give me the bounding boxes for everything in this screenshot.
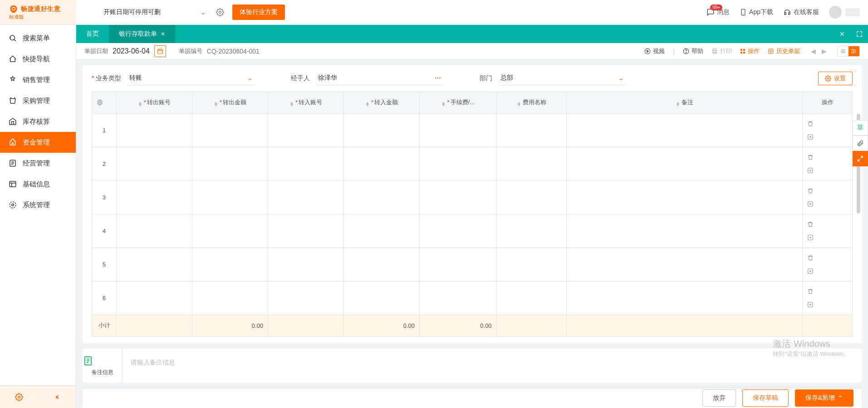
th-out-acct[interactable]: *转出账号 (117, 92, 192, 113)
open-date-selector[interactable]: 开账日期可停用可删 ⌄ (98, 5, 211, 20)
svg-point-44 (99, 102, 101, 104)
print-link[interactable]: 打印 (711, 47, 732, 55)
th-settings[interactable] (92, 92, 117, 113)
svg-rect-31 (743, 52, 745, 53)
tab-home[interactable]: 首页 (76, 25, 109, 43)
table-row[interactable]: 5 (92, 248, 853, 281)
handler-select[interactable]: 徐泽华 ⋯ (316, 72, 443, 85)
th-fee[interactable]: *手续费/... (420, 92, 497, 113)
sidebar-collapse-icon[interactable] (53, 393, 61, 401)
sidebar-item-system[interactable]: 系统管理 (0, 194, 76, 215)
row-delete-icon[interactable] (807, 255, 848, 261)
sidebar-item-inventory[interactable]: 库存核算 (0, 111, 76, 132)
form-settings-button[interactable]: 设置 (818, 72, 853, 85)
row-add-icon[interactable] (807, 201, 848, 207)
svg-point-43 (827, 78, 829, 79)
brand-edition: 标准版 (9, 14, 24, 20)
more-icon[interactable]: ⋯ (435, 74, 441, 82)
header-settings-icon[interactable] (216, 8, 224, 16)
sidebar-item-purchase[interactable]: 采购管理 (0, 90, 76, 111)
th-fee-name[interactable]: 费用名称 (496, 92, 566, 113)
row-add-icon[interactable] (807, 167, 848, 174)
th-op: 操作 (803, 92, 853, 113)
tabs-close-all-icon[interactable]: ✕ (834, 25, 851, 43)
table-row[interactable]: 2 (92, 147, 853, 180)
phone-icon (740, 8, 747, 16)
table-row[interactable]: 4 (92, 214, 853, 248)
row-delete-icon[interactable] (807, 121, 848, 127)
sidebar: 搜索菜单快捷导航销售管理采购管理库存核算资金管理经营管理基础信息系统管理 (0, 25, 76, 408)
doc-date-value[interactable]: 2023-06-04 (113, 47, 150, 55)
history-link[interactable]: 历史单据 (768, 47, 800, 55)
row-delete-icon[interactable] (807, 154, 848, 160)
messages-button[interactable]: 99+ 消息 (706, 8, 730, 16)
svg-rect-28 (740, 49, 742, 51)
sidebar-item-sales[interactable]: 销售管理 (0, 69, 76, 90)
table-row[interactable]: 1 (92, 113, 853, 147)
sidebar-item-label: 库存核算 (23, 117, 50, 126)
video-link[interactable]: 视频 (644, 47, 665, 55)
tabs-fullscreen-icon[interactable] (851, 25, 868, 43)
table-row[interactable]: 6 (92, 281, 853, 315)
float-attachment-icon[interactable] (853, 136, 868, 151)
save-add-button[interactable]: 保存&新增 ⌃ (795, 389, 853, 407)
sidebar-item-biz[interactable]: 经营管理 (0, 153, 76, 174)
remark-input[interactable]: 请输入备注信息 (123, 349, 862, 383)
svg-rect-39 (852, 49, 854, 53)
row-delete-icon[interactable] (807, 288, 848, 295)
view-detail-icon[interactable] (848, 46, 859, 56)
sidebar-item-search[interactable]: 搜索菜单 (0, 28, 76, 49)
th-in-amt[interactable]: *转入金额 (344, 92, 420, 113)
tab-home-label: 首页 (86, 30, 99, 38)
sidebar-item-basic[interactable]: 基础信息 (0, 174, 76, 194)
app-download-button[interactable]: App下载 (740, 8, 773, 16)
dept-select[interactable]: 总部 ⌄ (499, 72, 626, 85)
biz-type-select[interactable]: 转账 ⌄ (128, 72, 255, 85)
table-row[interactable]: 3 (92, 180, 853, 214)
view-list-icon[interactable] (838, 46, 848, 56)
purchase-icon (8, 96, 17, 105)
handler-value: 徐泽华 (318, 74, 337, 82)
row-delete-icon[interactable] (807, 221, 848, 228)
svg-rect-29 (743, 49, 745, 51)
row-delete-icon[interactable] (807, 188, 848, 194)
sidebar-item-quicknav[interactable]: 快捷导航 (0, 49, 76, 69)
row-add-icon[interactable] (807, 268, 848, 274)
row-add-icon[interactable] (807, 234, 848, 241)
float-draft-icon[interactable]: 草 (853, 120, 868, 136)
tab-bank-transfer[interactable]: 银行存取款单 ✕ (109, 25, 175, 43)
note-icon (83, 355, 122, 367)
help-link[interactable]: 帮助 (683, 47, 703, 55)
industry-cta-button[interactable]: 体验行业方案 (232, 5, 285, 20)
svg-point-6 (12, 143, 14, 144)
handler-label: 经手人 (291, 74, 310, 83)
quicknav-icon (8, 54, 17, 63)
tab-close-icon[interactable]: ✕ (161, 31, 165, 37)
calendar-icon[interactable] (154, 45, 166, 57)
prev-doc-icon[interactable]: ◀ (808, 46, 818, 56)
doc-no-value: CQ-20230604-001 (207, 48, 260, 55)
operate-link[interactable]: 操作 (740, 47, 760, 55)
sidebar-item-label: 销售管理 (23, 76, 50, 84)
app-download-label: App下载 (749, 8, 773, 16)
discard-button[interactable]: 放弃 (702, 389, 736, 407)
th-in-acct[interactable]: *转入账号 (268, 92, 344, 113)
doc-no-label: 单据编号 (179, 47, 202, 55)
sidebar-item-label: 资金管理 (23, 138, 50, 147)
float-expand-icon[interactable] (853, 151, 868, 166)
row-add-icon[interactable] (807, 134, 848, 140)
chevron-down-icon: ⌄ (247, 74, 253, 82)
sidebar-item-finance[interactable]: 资金管理 (0, 132, 76, 153)
th-remark[interactable]: 备注 (567, 92, 803, 113)
biz-type-value: 转账 (129, 74, 142, 82)
next-doc-icon[interactable]: ▶ (819, 46, 829, 56)
user-menu[interactable] (829, 6, 860, 19)
headset-icon (783, 8, 791, 16)
messages-badge: 99+ (710, 5, 722, 10)
row-add-icon[interactable] (807, 301, 848, 308)
support-button[interactable]: 在线客服 (783, 8, 819, 16)
sidebar-settings-icon[interactable] (15, 393, 23, 401)
save-draft-button[interactable]: 保存草稿 (742, 389, 789, 407)
basic-icon (8, 180, 17, 189)
th-out-amt[interactable]: *转出金额 (192, 92, 268, 113)
